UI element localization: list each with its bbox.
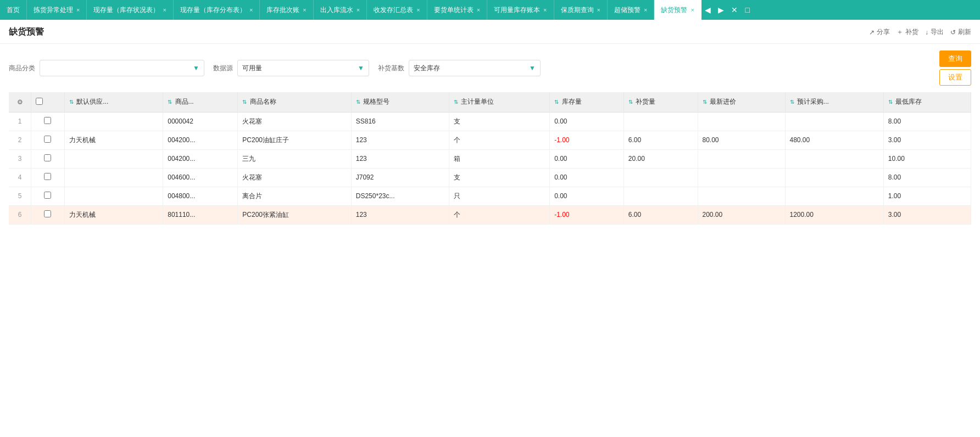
column-settings-icon[interactable]: ⚙ xyxy=(13,96,26,109)
tab-inventory-dist[interactable]: 现存量（库存分布表） × xyxy=(174,0,260,20)
col-spec[interactable]: ⇅ 规格型号 xyxy=(351,92,449,112)
col-supplier[interactable]: ⇅ 默认供应... xyxy=(64,92,163,112)
row-checkbox[interactable] xyxy=(44,136,51,143)
row-number: 5 xyxy=(9,187,31,205)
col-checkbox xyxy=(31,92,65,112)
sort-icon-est-purchase: ⇅ xyxy=(790,99,794,105)
row-checkbox-cell[interactable] xyxy=(31,112,65,131)
row-checkbox-cell[interactable] xyxy=(31,168,65,187)
col-name[interactable]: ⇅ 商品名称 xyxy=(238,92,351,112)
row-number: 1 xyxy=(9,112,31,131)
tab-available-ledger[interactable]: 可用量库存账本 × xyxy=(487,0,554,20)
row-replenish: 6.00 xyxy=(623,131,698,149)
tab-nav-close[interactable]: ✕ xyxy=(728,0,741,20)
tab-inventory-status[interactable]: 现存量（库存状况表） × xyxy=(87,0,173,20)
row-latest-price xyxy=(698,149,785,168)
sort-icon-latest-price: ⇅ xyxy=(703,99,707,105)
tab-nav-prev[interactable]: ◀ xyxy=(701,0,715,20)
row-supplier xyxy=(64,187,163,205)
col-settings[interactable]: ⚙ xyxy=(9,92,31,112)
tab-close-inventory-status[interactable]: × xyxy=(163,7,166,13)
refresh-icon: ↺ xyxy=(950,29,956,36)
row-spec: 123 xyxy=(351,149,449,168)
tab-batch-account[interactable]: 库存批次账 × xyxy=(260,0,313,20)
tab-expiry-query[interactable]: 保质期查询 × xyxy=(554,0,608,20)
row-checkbox-cell[interactable] xyxy=(31,131,65,149)
tab-demand-stats[interactable]: 要货单统计表 × xyxy=(427,0,487,20)
tab-collect-total[interactable]: 收发存汇总表 × xyxy=(367,0,427,20)
tab-close-overstock[interactable]: × xyxy=(644,7,647,13)
replenish-base-select[interactable]: 安全库存 ▼ xyxy=(409,60,541,76)
tab-exception[interactable]: 拣货异常处理 × xyxy=(27,0,87,20)
sort-icon-min-stock: ⇅ xyxy=(888,99,893,105)
tab-close-shortage[interactable]: × xyxy=(691,7,694,13)
row-checkbox-cell[interactable] xyxy=(31,149,65,168)
col-code[interactable]: ⇅ 商品... xyxy=(163,92,238,112)
settings-button[interactable]: 设置 xyxy=(939,69,971,86)
filter-bar: 商品分类 ▼ 数据源 可用量 ▼ 补货基数 安全库存 ▼ 查询 设置 xyxy=(0,44,980,92)
row-code: 004800... xyxy=(163,187,238,205)
row-stock: 0.00 xyxy=(550,168,624,187)
replenish-base-label: 补货基数 xyxy=(378,64,404,73)
page-title: 缺货预警 xyxy=(9,26,44,38)
row-supplier xyxy=(64,112,163,131)
row-checkbox-cell[interactable] xyxy=(31,205,65,224)
row-spec: J7092 xyxy=(351,168,449,187)
datasource-select[interactable]: 可用量 ▼ xyxy=(237,60,369,76)
row-checkbox[interactable] xyxy=(44,154,51,161)
tab-close-exception[interactable]: × xyxy=(76,7,80,13)
tab-inout-flow[interactable]: 出入库流水 × xyxy=(314,0,367,20)
replenish-base-dropdown-icon: ▼ xyxy=(529,64,536,72)
export-icon: ↓ xyxy=(925,29,928,36)
col-est-purchase[interactable]: ⇅ 预计采购... xyxy=(785,92,883,112)
datasource-dropdown-icon: ▼ xyxy=(358,64,364,72)
sort-icon-name: ⇅ xyxy=(242,99,247,105)
tab-overstock[interactable]: 超储预警 × xyxy=(608,0,654,20)
category-select[interactable]: ▼ xyxy=(40,60,204,76)
row-est-purchase xyxy=(785,187,883,205)
row-unit: 支 xyxy=(449,112,549,131)
row-unit: 个 xyxy=(449,205,549,224)
table-row: 6 力天机械 801110... PC200张紧油缸 123 个 -1.00 6… xyxy=(9,205,971,224)
row-stock: -1.00 xyxy=(550,131,624,149)
tab-close-expiry-query[interactable]: × xyxy=(597,7,600,13)
tab-nav-next[interactable]: ▶ xyxy=(715,0,728,20)
col-latest-price[interactable]: ⇅ 最新进价 xyxy=(698,92,785,112)
col-replenish[interactable]: ⇅ 补货量 xyxy=(623,92,698,112)
col-stock[interactable]: ⇅ 库存量 xyxy=(550,92,624,112)
row-checkbox[interactable] xyxy=(44,117,51,124)
tab-nav-fullscreen[interactable]: □ xyxy=(741,0,754,20)
tab-close-available-ledger[interactable]: × xyxy=(543,7,547,13)
row-name: 离合片 xyxy=(238,187,351,205)
row-checkbox-cell[interactable] xyxy=(31,187,65,205)
tab-close-batch-account[interactable]: × xyxy=(303,7,306,13)
row-min-stock: 8.00 xyxy=(883,112,971,131)
row-stock: 0.00 xyxy=(550,149,624,168)
replenish-button[interactable]: ＋ 补货 xyxy=(897,27,918,37)
row-checkbox[interactable] xyxy=(44,210,51,217)
tab-close-inventory-dist[interactable]: × xyxy=(249,7,253,13)
row-min-stock: 3.00 xyxy=(883,131,971,149)
tab-close-inout-flow[interactable]: × xyxy=(357,7,360,13)
data-table: ⚙ ⇅ 默认供应... ⇅ 商品... ⇅ 商品名称 xyxy=(9,92,971,225)
row-unit: 箱 xyxy=(449,149,549,168)
tab-close-collect-total[interactable]: × xyxy=(416,7,420,13)
row-spec: DS250*23c... xyxy=(351,187,449,205)
query-button[interactable]: 查询 xyxy=(939,51,971,67)
row-checkbox[interactable] xyxy=(44,192,51,199)
select-all-checkbox[interactable] xyxy=(36,98,43,105)
col-min-stock[interactable]: ⇅ 最低库存 xyxy=(883,92,971,112)
col-unit[interactable]: ⇅ 主计量单位 xyxy=(449,92,549,112)
export-button[interactable]: ↓ 导出 xyxy=(925,27,944,37)
row-supplier: 力天机械 xyxy=(64,205,163,224)
table-row: 2 力天机械 004200... PC200油缸庄子 123 个 -1.00 6… xyxy=(9,131,971,149)
row-checkbox[interactable] xyxy=(44,173,51,180)
row-latest-price: 80.00 xyxy=(698,131,785,149)
refresh-button[interactable]: ↺ 刷新 xyxy=(950,27,971,37)
share-button[interactable]: ↗ 分享 xyxy=(869,27,890,37)
tab-shortage[interactable]: 缺货预警 × xyxy=(654,0,701,20)
tab-home[interactable]: 首页 xyxy=(0,0,27,20)
tab-close-demand-stats[interactable]: × xyxy=(477,7,480,13)
row-number: 6 xyxy=(9,205,31,224)
row-latest-price xyxy=(698,168,785,187)
